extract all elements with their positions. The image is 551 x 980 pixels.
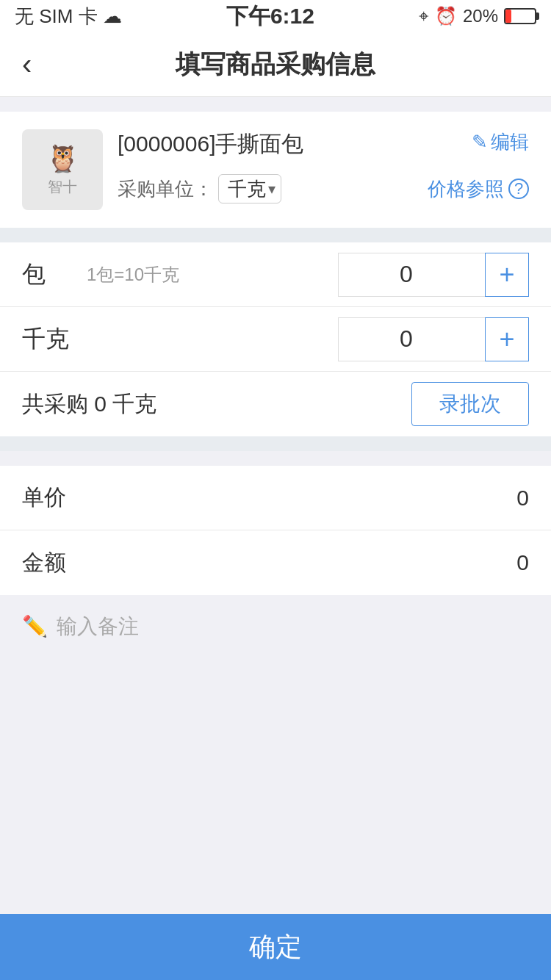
pencil-icon: ✏️ (22, 614, 48, 638)
help-icon: ? (508, 179, 529, 199)
total-text: 共采购 0 千克 (22, 389, 156, 419)
product-thumb-icon: 🦉 (46, 143, 79, 174)
back-button[interactable]: ‹ (22, 40, 39, 88)
alarm-icon: ⏰ (435, 6, 457, 26)
confirm-button[interactable]: 确定 (0, 914, 551, 980)
status-signal: 无 SIM 卡 ☁ (15, 4, 122, 29)
battery-fill (505, 10, 511, 23)
unit-price-value: 0 (516, 486, 529, 511)
price-amount-section: 单价 0 金额 0 (0, 466, 551, 595)
product-card: 🦉 智十 [0000006]手撕面包 ✎ 编辑 采购单位： 千克 (0, 112, 551, 228)
product-thumbnail: 🦉 智十 (22, 129, 103, 210)
unit-select[interactable]: 千克 (218, 174, 281, 203)
kg-qty-input[interactable] (338, 317, 485, 361)
amount-value: 0 (516, 550, 529, 575)
status-bar: 无 SIM 卡 ☁ 下午6:12 ⌖ ⏰ 20% (0, 0, 551, 32)
kg-label: 千克 (22, 323, 81, 356)
remark-placeholder: 输入备注 (57, 613, 139, 641)
page-title: 填写商品采购信息 (176, 48, 375, 82)
product-name-row: [0000006]手撕面包 ✎ 编辑 (118, 129, 529, 159)
pack-sublabel: 1包=10千克 (87, 263, 179, 287)
unit-label: 采购单位： 千克 (118, 174, 281, 203)
batch-button[interactable]: 录批次 (411, 382, 529, 426)
header: ‹ 填写商品采购信息 (0, 32, 551, 97)
product-thumb-label: 智十 (48, 177, 77, 197)
kg-plus-button[interactable]: + (485, 317, 529, 361)
battery-icon (504, 8, 536, 24)
pack-plus-button[interactable]: + (485, 253, 529, 297)
location-icon: ⌖ (419, 6, 429, 26)
content-area (0, 683, 551, 889)
pack-input-row: 包 1包=10千克 + (0, 242, 551, 307)
price-ref-link[interactable]: 价格参照 ? (428, 176, 529, 202)
section-divider-2 (0, 436, 551, 451)
status-right-group: ⌖ ⏰ 20% (419, 6, 536, 26)
remark-section[interactable]: ✏️ 输入备注 (0, 595, 551, 683)
amount-label: 金额 (22, 548, 66, 578)
kg-input-row: 千克 + (0, 307, 551, 372)
product-name: [0000006]手撕面包 (118, 129, 457, 159)
edit-link[interactable]: ✎ 编辑 (472, 129, 529, 155)
pack-qty-input[interactable] (338, 253, 485, 297)
product-info: [0000006]手撕面包 ✎ 编辑 采购单位： 千克 价格参照 ? (118, 129, 529, 203)
status-time: 下午6:12 (226, 1, 314, 32)
section-divider-1 (0, 228, 551, 242)
amount-row: 金额 0 (0, 530, 551, 595)
pack-label: 包 (22, 259, 81, 291)
unit-price-label: 单价 (22, 483, 66, 513)
kg-input-group: + (338, 317, 529, 361)
input-section: 包 1包=10千克 + 千克 + 共采购 0 千克 录批次 (0, 242, 551, 436)
total-row: 共采购 0 千克 录批次 (0, 372, 551, 436)
edit-icon: ✎ (472, 131, 488, 154)
battery-percent: 20% (463, 6, 498, 26)
unit-select-wrap[interactable]: 千克 (218, 174, 281, 203)
unit-row: 采购单位： 千克 价格参照 ? (118, 174, 529, 203)
unit-price-row: 单价 0 (0, 466, 551, 530)
pack-input-group: + (338, 253, 529, 297)
